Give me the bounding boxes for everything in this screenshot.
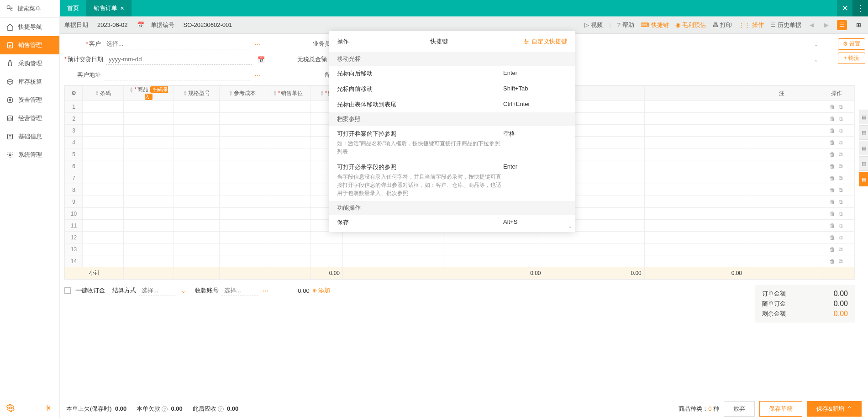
help-link[interactable]: ? 帮助 — [617, 21, 634, 29]
table-row[interactable]: 13🗑⧉ — [65, 243, 855, 255]
addr-input[interactable] — [104, 69, 250, 80]
save-draft-button[interactable]: 保存草稿 — [759, 401, 802, 417]
copy-icon[interactable]: ⧉ — [837, 139, 845, 146]
popup-row: 光标由表体移动到表尾Ctrl+Enter — [329, 97, 575, 112]
table-row[interactable]: 12🗑⧉ — [65, 232, 855, 243]
deposit-checkbox[interactable] — [64, 287, 71, 294]
col-refcost[interactable]: ▲▼参考成本 — [220, 86, 265, 101]
delete-icon[interactable]: 🗑 — [828, 187, 837, 193]
tab-home[interactable]: 首页 — [60, 0, 86, 16]
close-icon[interactable]: ✕ — [120, 5, 124, 11]
nav-finance[interactable]: 资金管理 — [0, 91, 59, 109]
copy-icon[interactable]: ⧉ — [837, 199, 845, 205]
copy-icon[interactable]: ⧉ — [837, 258, 845, 265]
ops-link[interactable]: ⋮⋮ 操作 — [738, 21, 764, 29]
history-link[interactable]: ☰ 历史单据 — [770, 21, 801, 29]
copy-icon[interactable]: ⧉ — [837, 127, 845, 134]
delete-icon[interactable]: 🗑 — [828, 246, 837, 253]
copy-icon[interactable]: ⧉ — [837, 175, 845, 181]
settle-input[interactable] — [139, 285, 175, 296]
deliv-date-input[interactable] — [106, 54, 252, 65]
row-num: 5 — [65, 148, 83, 160]
logistics-button[interactable]: + 物流 — [838, 53, 865, 64]
col-product[interactable]: ▲▼*商品扫码录入 — [124, 86, 174, 101]
help-icon[interactable]: ? — [218, 406, 224, 412]
delete-icon[interactable]: 🗑 — [828, 151, 837, 158]
delete-icon[interactable]: 🗑 — [828, 222, 837, 229]
col-remark[interactable]: 注 — [745, 86, 818, 101]
date-value[interactable]: 2023-06-02 — [97, 21, 128, 28]
gear-header[interactable]: ⚙ — [65, 86, 83, 101]
chevron-down-icon[interactable]: ⌄ — [181, 287, 186, 294]
shortcut-link[interactable]: ⌨ 快捷键 — [641, 21, 669, 29]
nav-basicinfo[interactable]: 基础信息 — [0, 127, 59, 146]
chevron-down-icon[interactable]: ⌄ — [568, 222, 573, 229]
chevron-down-icon[interactable]: ⌄ — [814, 41, 819, 48]
profit-link[interactable]: ◉ 毛利预估 — [675, 21, 706, 29]
copy-icon[interactable]: ⧉ — [837, 163, 845, 169]
lookup-icon[interactable]: ⋯ — [253, 41, 262, 48]
dock-btn-3[interactable]: ▤ — [859, 141, 868, 155]
col-barcode[interactable]: ▲▼条码 — [83, 86, 124, 101]
remain-val: 0.00 — [834, 310, 848, 318]
settings-gear-icon[interactable] — [6, 404, 15, 413]
view-grid-icon[interactable]: ⊞ — [853, 20, 863, 30]
dock-btn-1[interactable]: ▤ — [859, 110, 868, 124]
row-num: 7 — [65, 172, 83, 184]
key-combo: Enter — [503, 163, 567, 170]
nav-quick[interactable]: 快捷导航 — [0, 18, 59, 36]
delete-icon[interactable]: 🗑 — [828, 175, 837, 181]
dock-btn-5[interactable]: ▤ — [859, 172, 868, 186]
help-icon[interactable]: ? — [162, 406, 168, 412]
dock-btn-4[interactable]: ▤ — [859, 156, 868, 171]
copy-icon[interactable]: ⧉ — [837, 187, 845, 193]
copy-icon[interactable]: ⧉ — [837, 234, 845, 241]
copy-icon[interactable]: ⧉ — [837, 222, 845, 229]
print-link[interactable]: 🖶 打印 — [712, 21, 732, 29]
copy-icon[interactable]: ⧉ — [837, 116, 845, 122]
col-unit[interactable]: ▲▼*销售单位 — [265, 86, 311, 101]
dock-btn-2[interactable]: ▤ — [859, 125, 868, 140]
delete-icon[interactable]: 🗑 — [828, 127, 837, 134]
nav-business[interactable]: 经营管理 — [0, 109, 59, 127]
tab-close-all[interactable]: ✕ — [837, 0, 852, 16]
account-input[interactable] — [221, 285, 258, 296]
copy-icon[interactable]: ⧉ — [837, 211, 845, 217]
nav-inventory[interactable]: 库存核算 — [0, 73, 59, 91]
delete-icon[interactable]: 🗑 — [828, 104, 837, 110]
tab-sales-order[interactable]: 销售订单 ✕ — [86, 0, 132, 16]
delete-icon[interactable]: 🗑 — [828, 211, 837, 217]
view-list-icon[interactable]: ☰ — [837, 20, 847, 30]
calendar-icon[interactable]: 📅 — [137, 21, 144, 28]
copy-icon[interactable]: ⧉ — [837, 104, 845, 110]
tab-more[interactable]: ⋮ — [852, 0, 868, 16]
collapse-icon[interactable] — [45, 404, 53, 413]
add-link[interactable]: ⊕ 添加 — [312, 286, 331, 295]
delete-icon[interactable]: 🗑 — [828, 163, 837, 169]
chevron-down-icon[interactable]: ⌄ — [814, 56, 819, 63]
save-new-button[interactable]: 保存&新增 ⌃ — [807, 401, 862, 417]
copy-icon[interactable]: ⧉ — [837, 151, 845, 158]
next-icon[interactable]: ▶ — [822, 21, 831, 28]
nav-sales[interactable]: 销售管理 — [0, 36, 59, 54]
table-row[interactable]: 14🗑⧉ — [65, 255, 855, 267]
copy-icon[interactable]: ⧉ — [837, 246, 845, 253]
search-menu[interactable]: 搜索菜单 — [0, 0, 59, 18]
col-spec[interactable]: ▲▼规格型号 — [174, 86, 220, 101]
delete-icon[interactable]: 🗑 — [828, 258, 837, 265]
nav-purchase[interactable]: 采购管理 — [0, 54, 59, 73]
delete-icon[interactable]: 🗑 — [828, 139, 837, 146]
delete-icon[interactable]: 🗑 — [828, 234, 837, 241]
custom-shortcut-link[interactable]: 自定义快捷键 — [523, 37, 567, 46]
video-link[interactable]: ▷ 视频 — [584, 21, 603, 29]
lookup-icon[interactable]: ⋯ — [253, 72, 262, 79]
delete-icon[interactable]: 🗑 — [828, 116, 837, 122]
nav-system[interactable]: 系统管理 — [0, 146, 59, 164]
prev-icon[interactable]: ◀ — [808, 21, 816, 28]
calendar-icon[interactable]: 📅 — [258, 56, 265, 63]
discard-button[interactable]: 放弃 — [724, 401, 755, 417]
settings-button[interactable]: ⚙ 设置 — [838, 38, 865, 50]
delete-icon[interactable]: 🗑 — [828, 199, 837, 205]
customer-input[interactable] — [104, 38, 250, 49]
lookup-icon[interactable]: ⋯ — [261, 287, 270, 294]
